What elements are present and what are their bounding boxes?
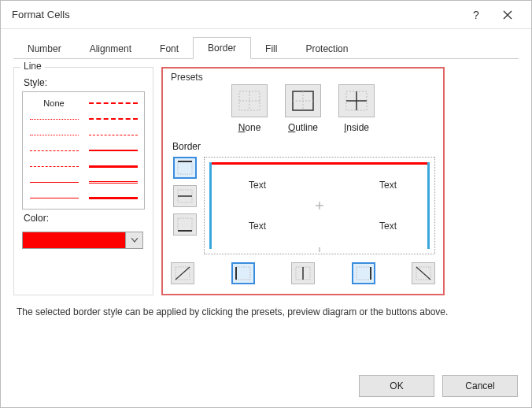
tab-number[interactable]: Number xyxy=(13,39,76,59)
border-top-button[interactable] xyxy=(173,157,197,179)
border-preview[interactable]: Text Text Text Text xyxy=(204,157,435,254)
preset-none-button[interactable] xyxy=(231,84,268,117)
line-style-option[interactable] xyxy=(87,190,139,206)
border-hmid-icon xyxy=(177,189,193,203)
svg-rect-13 xyxy=(178,218,192,231)
preset-outline-label: Outline xyxy=(288,122,318,133)
svg-line-16 xyxy=(175,267,190,280)
svg-rect-17 xyxy=(236,267,250,280)
preset-none-icon xyxy=(238,90,261,112)
line-style-option[interactable] xyxy=(28,127,80,143)
border-top-icon xyxy=(177,161,193,175)
line-style-option[interactable] xyxy=(87,95,139,111)
tab-fill[interactable]: Fill xyxy=(251,39,291,59)
tab-alignment[interactable]: Alignment xyxy=(76,39,146,59)
preset-inside-icon xyxy=(345,90,368,112)
preview-bottom-tick xyxy=(320,247,320,252)
presets-legend: Presets xyxy=(171,72,203,83)
line-style-option[interactable] xyxy=(28,111,80,127)
line-style-none[interactable]: None xyxy=(28,95,80,111)
preview-cell-text: Text xyxy=(249,180,266,191)
line-group: Line Style: None Color: xyxy=(13,67,153,295)
border-vmid-button[interactable] xyxy=(291,262,315,284)
border-diag-down-button[interactable] xyxy=(412,262,435,284)
line-style-option[interactable] xyxy=(28,158,80,174)
svg-line-24 xyxy=(416,267,430,280)
presets-border-group: Presets None xyxy=(161,67,445,295)
preset-outline-button[interactable] xyxy=(285,84,321,117)
border-vmid-icon xyxy=(295,266,311,280)
tab-font[interactable]: Font xyxy=(146,39,193,59)
preview-vmid-tick xyxy=(320,202,320,210)
close-button[interactable] xyxy=(492,1,523,29)
preset-inside-label: Inside xyxy=(344,122,369,133)
line-style-option[interactable] xyxy=(28,190,80,206)
line-style-option[interactable] xyxy=(87,158,139,174)
tab-strip: Number Alignment Font Border Fill Protec… xyxy=(13,35,519,59)
cancel-button[interactable]: Cancel xyxy=(442,375,518,397)
style-label: Style: xyxy=(24,77,145,88)
preview-right-edge xyxy=(427,162,430,249)
line-style-option[interactable] xyxy=(87,143,139,158)
ok-button[interactable]: OK xyxy=(359,375,434,397)
color-label: Color: xyxy=(24,213,145,224)
preview-left-edge xyxy=(209,162,212,249)
border-right-button[interactable] xyxy=(352,262,375,284)
hint-text: The selected border style can be applied… xyxy=(13,295,519,317)
border-diag-up-icon xyxy=(175,266,190,280)
chevron-down-icon xyxy=(131,238,138,243)
close-icon xyxy=(503,10,512,20)
line-style-option[interactable] xyxy=(28,143,80,158)
border-diag-up-button[interactable] xyxy=(171,262,194,284)
line-style-option[interactable] xyxy=(28,174,80,190)
line-style-option[interactable] xyxy=(87,111,139,127)
border-diag-down-icon xyxy=(416,266,431,280)
line-style-picker[interactable]: None xyxy=(22,91,145,210)
border-legend: Border xyxy=(172,141,435,152)
tab-border[interactable]: Border xyxy=(193,37,251,59)
titlebar: Format Cells ? xyxy=(1,1,531,29)
border-left-icon xyxy=(235,266,251,280)
preset-none-label: None xyxy=(238,122,261,133)
preview-cell-text: Text xyxy=(379,221,397,232)
border-hmid-button[interactable] xyxy=(173,185,197,207)
border-bottom-button[interactable] xyxy=(173,213,197,236)
line-style-option[interactable] xyxy=(87,174,139,190)
line-style-option[interactable] xyxy=(87,127,139,143)
preview-cell-text: Text xyxy=(249,221,266,232)
border-left-button[interactable] xyxy=(231,262,255,284)
dialog-title: Format Cells xyxy=(12,9,460,20)
preset-inside-button[interactable] xyxy=(338,84,375,117)
border-bottom-icon xyxy=(177,217,193,232)
color-dropdown-button[interactable] xyxy=(126,232,143,249)
svg-rect-9 xyxy=(178,161,192,174)
tab-protection[interactable]: Protection xyxy=(291,39,362,59)
color-swatch[interactable] xyxy=(22,232,126,249)
line-legend: Line xyxy=(20,61,45,72)
svg-rect-21 xyxy=(357,267,371,280)
help-button[interactable]: ? xyxy=(460,1,492,29)
preview-top-edge xyxy=(209,162,430,165)
border-right-icon xyxy=(356,266,371,280)
preset-outline-icon xyxy=(291,90,315,112)
preview-cell-text: Text xyxy=(379,180,397,191)
